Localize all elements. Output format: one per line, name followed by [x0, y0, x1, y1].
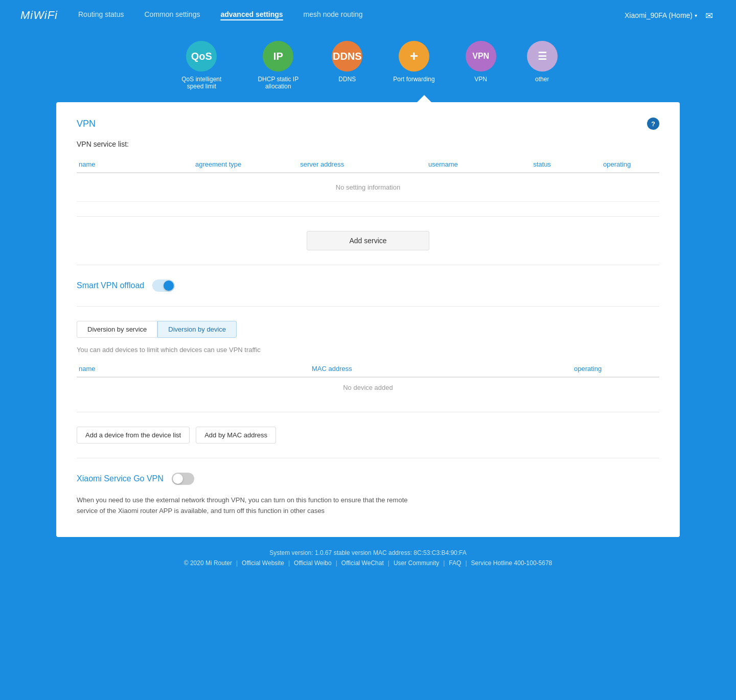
ddns-label: DDNS [338, 76, 356, 83]
footer-sep-1: | [288, 559, 290, 567]
tab-by-service[interactable]: Diversion by service [77, 321, 157, 338]
service-list-label: VPN service list: [77, 140, 659, 148]
portfwd-label: Port forwarding [393, 76, 434, 83]
th-name: name [77, 156, 193, 173]
system-info: System version: 1.0.67 stable version MA… [0, 549, 736, 556]
nav-common-settings[interactable]: Common settings [145, 10, 200, 20]
ddns-abbr: DDNS [333, 51, 362, 62]
add-device-list-button[interactable]: Add a device from the device list [77, 427, 190, 444]
xiaomi-service-row: Xiaomi Service Go VPN [77, 473, 659, 485]
icon-item-other[interactable]: ☰ other [527, 41, 558, 90]
vpn-title: VPN [77, 119, 96, 129]
add-by-mac-button[interactable]: Add by MAC address [196, 427, 276, 444]
vpn-service-table: name agreement type server address usern… [77, 156, 659, 202]
icon-bar: QoS QoS intelligent speed limit IP DHCP … [0, 31, 736, 95]
th-server: server address [298, 156, 426, 173]
help-icon[interactable]: ? [647, 118, 659, 130]
ip-label: DHCP static IP allocation [255, 76, 301, 90]
footer-sep-4: | [443, 559, 445, 567]
dth-op: operating [572, 361, 659, 377]
footer-official-weibo[interactable]: Official Weibo [294, 559, 332, 567]
section-divider-4 [77, 458, 659, 458]
qos-abbr: QoS [191, 51, 212, 62]
no-device-text: No device added [77, 377, 659, 398]
xiaomi-description: When you need to use the external networ… [77, 495, 424, 517]
vpn-section-header: VPN ? [77, 118, 659, 130]
section-divider-1 [77, 265, 659, 265]
icon-item-qos[interactable]: QoS QoS intelligent speed limit [178, 41, 224, 90]
icon-item-ip[interactable]: IP DHCP static IP allocation [255, 41, 301, 90]
nav-advanced-settings[interactable]: advanced settings [220, 10, 283, 20]
device-table: name MAC address operating No device add… [77, 361, 659, 398]
chevron-down-icon: ▾ [695, 13, 697, 18]
footer-sep-3: | [388, 559, 389, 567]
selected-arrow [0, 95, 736, 102]
xiaomi-service-toggle[interactable] [172, 473, 194, 485]
add-service-button[interactable]: Add service [307, 231, 429, 250]
add-device-row: Add a device from the device list Add by… [77, 427, 659, 444]
other-label: other [535, 76, 549, 83]
diversion-tabs: Diversion by service Diversion by device [77, 321, 659, 338]
no-data-row: No setting information [77, 173, 659, 202]
top-nav: MiWiFi Routing status Common settings ad… [0, 0, 736, 31]
mail-icon[interactable]: ✉ [705, 10, 716, 20]
nav-mesh-routing[interactable]: mesh node routing [304, 10, 363, 20]
smart-vpn-row: Smart VPN offload [77, 279, 659, 292]
main-content: VPN ? VPN service list: name agreement t… [56, 102, 680, 537]
xiaomi-service-title: Xiaomi Service Go VPN [77, 474, 164, 483]
footer-official-website[interactable]: Official Website [242, 559, 284, 567]
other-icon: ☰ [527, 41, 558, 72]
th-agreement: agreement type [193, 156, 298, 173]
icon-item-portfwd[interactable]: + Port forwarding [393, 41, 434, 90]
tab-by-device[interactable]: Diversion by device [157, 321, 237, 338]
device-name: Xiaomi_90FA (Home) [625, 11, 693, 19]
vpn-abbr: VPN [472, 52, 489, 61]
th-status: status [531, 156, 601, 173]
no-device-row: No device added [77, 377, 659, 398]
nav-routing-status[interactable]: Routing status [78, 10, 124, 20]
footer-links: © 2020 Mi Router | Official Website | Of… [0, 559, 736, 567]
footer-faq[interactable]: FAQ [449, 559, 461, 567]
smart-vpn-title: Smart VPN offload [77, 281, 144, 290]
footer-sep-2: | [336, 559, 337, 567]
th-username: username [426, 156, 531, 173]
device-info-text: You can add devices to limit which devic… [77, 346, 659, 354]
smart-vpn-toggle[interactable] [152, 279, 175, 292]
footer-sep-0: | [236, 559, 238, 567]
vpn-label: VPN [474, 76, 487, 83]
icon-item-vpn[interactable]: VPN VPN [466, 41, 496, 90]
vpn-icon: VPN [466, 41, 496, 72]
nav-right: Xiaomi_90FA (Home) ▾ ✉ [625, 10, 716, 20]
qos-icon: QoS [186, 41, 217, 72]
footer-official-wechat[interactable]: Official WeChat [341, 559, 384, 567]
qos-label: QoS intelligent speed limit [178, 76, 224, 90]
section-divider-2 [77, 306, 659, 307]
ddns-icon: DDNS [332, 41, 362, 72]
portfwd-icon: + [399, 41, 429, 72]
table-divider [77, 216, 659, 217]
toggle-thumb-off [173, 474, 183, 484]
footer-sep-5: | [465, 559, 467, 567]
footer-copyright: © 2020 Mi Router [184, 559, 232, 567]
footer-user-community[interactable]: User Community [394, 559, 439, 567]
section-divider-3 [77, 412, 659, 412]
th-operating: operating [601, 156, 659, 173]
portfwd-abbr: + [410, 48, 418, 64]
nav-device-selector[interactable]: Xiaomi_90FA (Home) ▾ [625, 11, 697, 19]
dth-name: name [77, 361, 310, 377]
footer: System version: 1.0.67 stable version MA… [0, 537, 736, 575]
no-data-text: No setting information [77, 173, 659, 202]
nav-links: Routing status Common settings advanced … [78, 10, 625, 20]
logo: MiWiFi [20, 9, 58, 22]
footer-hotline[interactable]: Service Hotline 400-100-5678 [471, 559, 553, 567]
ip-icon: IP [263, 41, 293, 72]
dth-mac: MAC address [310, 361, 572, 377]
icon-item-ddns[interactable]: DDNS DDNS [332, 41, 362, 90]
other-abbr: ☰ [538, 50, 547, 62]
ip-abbr: IP [273, 51, 283, 62]
